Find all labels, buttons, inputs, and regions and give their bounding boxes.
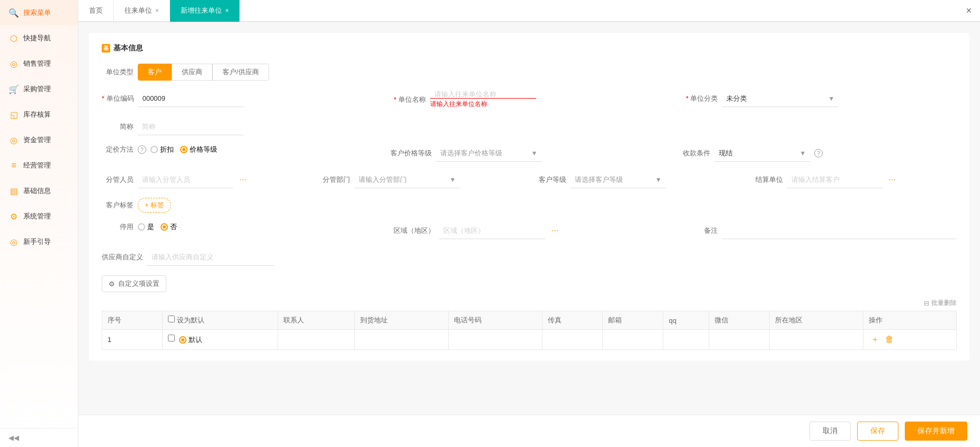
manager-more-btn[interactable]: ···: [239, 175, 246, 185]
discount-radio[interactable]: 折扣: [150, 145, 174, 154]
tab-home[interactable]: 首页: [78, 0, 114, 22]
tab-partner[interactable]: 往来单位 ×: [114, 0, 170, 22]
unit-category-chevron: ▼: [828, 95, 834, 102]
department-select[interactable]: 请输入分管部门 ▼: [354, 171, 460, 188]
remark-input[interactable]: [722, 222, 957, 239]
row-checkbox[interactable]: [168, 335, 175, 341]
sidebar-item-quick-nav[interactable]: ⬡ 快捷导航: [0, 25, 78, 51]
row-seq: 1: [102, 330, 163, 350]
row-phone: [449, 330, 542, 350]
sidebar-item-inventory[interactable]: ◱ 库存核算: [0, 102, 78, 127]
pricing-method-label: 定价方法: [102, 145, 133, 154]
disabled-radio-group: 是 否: [138, 222, 177, 232]
payment-terms-help-icon[interactable]: ?: [814, 149, 823, 157]
region-more-btn[interactable]: ···: [551, 226, 558, 235]
tab-partner-close[interactable]: ×: [155, 7, 159, 14]
type-button-group: 客户 供应商 客户/供应商: [138, 64, 269, 81]
supplier-custom-input[interactable]: [147, 249, 274, 266]
unit-name-label: 单位名称: [394, 95, 426, 104]
tab-home-label: 首页: [89, 6, 103, 15]
customer-level-label: 客户等级: [534, 175, 566, 185]
sidebar-item-finance[interactable]: ◎ 资金管理: [0, 127, 78, 153]
batch-delete-button[interactable]: ⊟ 批量删除: [924, 299, 957, 308]
row-contact: [278, 330, 355, 350]
sidebar-item-basic-info[interactable]: ▤ 基础信息: [0, 178, 78, 204]
yes-radio[interactable]: 是: [138, 222, 154, 232]
unit-name-field: 单位名称 请输入往来单位名称: [394, 90, 664, 109]
remark-field: 备注: [686, 222, 957, 239]
sidebar-item-system[interactable]: ⚙ 系统管理: [0, 204, 78, 229]
batch-delete-area: ⊟ 批量删除: [102, 299, 957, 308]
unit-type-row: 单位类型 客户 供应商 客户/供应商: [102, 64, 957, 81]
disabled-row: 停用 是 否 区域（地区） ···: [102, 222, 957, 239]
sidebar-item-sales[interactable]: ◎ 销售管理: [0, 51, 78, 76]
form-content: 基 基本信息 单位类型 客户 供应商 客户/供应商 单位编码: [78, 22, 980, 415]
row-add-button[interactable]: ＋: [871, 335, 879, 344]
unit-code-input[interactable]: [138, 90, 244, 107]
col-wechat: 微信: [709, 311, 769, 330]
window-close-button[interactable]: ×: [958, 0, 980, 22]
row-fax: [542, 330, 603, 350]
payment-terms-select[interactable]: 现结 ▼: [715, 145, 810, 162]
department-field: 分管部门 请输入分管部门 ▼: [318, 171, 524, 188]
unit-category-value: 未分类: [726, 94, 826, 103]
no-radio-circle: [161, 223, 168, 231]
sidebar-item-purchase[interactable]: 🛒 采购管理: [0, 76, 78, 102]
batch-delete-label: 批量删除: [931, 299, 957, 308]
col-email: 邮箱: [603, 311, 663, 330]
settlement-input[interactable]: [787, 171, 883, 188]
sidebar-item-operations[interactable]: ≡ 经营管理: [0, 153, 78, 178]
cancel-button[interactable]: 取消: [809, 422, 851, 441]
short-name-input[interactable]: [138, 118, 244, 135]
customer-tag-row: 客户标签 + 标签: [102, 198, 957, 213]
pricing-help-icon[interactable]: ?: [138, 145, 146, 154]
row-address: [355, 330, 449, 350]
sidebar-item-basic-info-label: 基础信息: [23, 186, 51, 196]
customer-price-chevron: ▼: [531, 150, 538, 157]
manager-row: 分管人员 ··· 分管部门 请输入分管部门 ▼ 客户等级 请选择客户等级 ▼: [102, 171, 957, 188]
manager-input[interactable]: [138, 171, 233, 188]
sidebar-item-quick-nav-label: 快捷导航: [23, 33, 51, 43]
operations-icon: ≡: [8, 160, 19, 171]
basic-info-icon: ▤: [8, 186, 19, 196]
unit-name-input[interactable]: [430, 90, 536, 99]
customer-tag-field: 客户标签 + 标签: [102, 198, 957, 213]
type-btn-supplier[interactable]: 供应商: [172, 64, 212, 81]
customer-level-select[interactable]: 请选择客户等级 ▼: [571, 171, 666, 188]
tab-new-partner[interactable]: 新增往来单位 ×: [170, 0, 240, 22]
unit-category-select[interactable]: 未分类 ▼: [722, 90, 839, 107]
type-btn-customer[interactable]: 客户: [138, 64, 172, 81]
type-btn-both[interactable]: 客户/供应商: [212, 64, 269, 81]
quick-nav-icon: ⬡: [8, 33, 19, 43]
tab-new-partner-close[interactable]: ×: [225, 7, 229, 14]
save-new-button[interactable]: 保存并新增: [905, 422, 967, 441]
pricing-row: 定价方法 ? 折扣 价格等级 客户价格等级: [102, 145, 957, 162]
sidebar-item-search-label: 搜索菜单: [23, 8, 51, 17]
select-all-checkbox[interactable]: [168, 315, 175, 322]
search-icon: 🔍: [8, 7, 19, 18]
short-name-row: 简称: [102, 118, 957, 135]
yes-radio-circle: [138, 223, 145, 231]
save-button[interactable]: 保存: [857, 422, 898, 441]
add-tag-button[interactable]: + 标签: [138, 198, 171, 213]
sidebar-item-search[interactable]: 🔍 搜索菜单: [0, 0, 78, 25]
sidebar-item-guide[interactable]: ◎ 新手引导: [0, 229, 78, 255]
settings-icon: ⚙: [109, 280, 115, 288]
unit-code-label: 单位编码: [102, 94, 134, 103]
price-level-radio[interactable]: 价格等级: [180, 145, 217, 154]
customer-level-chevron: ▼: [655, 176, 662, 183]
collapse-icon[interactable]: ◀◀: [8, 434, 19, 442]
row-delete-button[interactable]: 🗑: [885, 335, 894, 344]
col-address: 到货地址: [355, 311, 449, 330]
custom-settings-button[interactable]: ⚙ 自定义项设置: [102, 275, 166, 292]
no-radio[interactable]: 否: [161, 222, 177, 232]
col-seq: 序号: [102, 311, 163, 330]
settlement-more-btn[interactable]: ···: [889, 175, 896, 185]
region-input[interactable]: [439, 222, 545, 239]
default-label: 默认: [189, 335, 202, 345]
customer-price-label: 客户价格等级: [390, 148, 432, 158]
tab-new-partner-label: 新增往来单位: [181, 6, 222, 15]
default-radio[interactable]: 默认: [179, 335, 202, 345]
sidebar: 🔍 搜索菜单 ⬡ 快捷导航 ◎ 销售管理 🛒 采购管理 ◱ 库存核算 ◎ 资金管…: [0, 0, 78, 447]
customer-price-select[interactable]: 请选择客户价格等级 ▼: [436, 145, 542, 162]
